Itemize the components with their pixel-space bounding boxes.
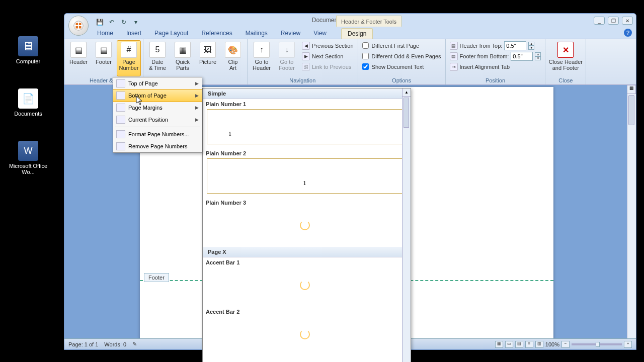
scroll-thumb[interactable] xyxy=(404,98,409,128)
save-button[interactable]: 💾 xyxy=(95,18,105,27)
gallery-item-plain-number-1[interactable]: Plain Number 1 1 xyxy=(203,99,411,148)
view-outline-button[interactable]: ≡ xyxy=(525,341,533,348)
desktop-icon-documents[interactable]: 📄 Documents xyxy=(8,88,48,117)
menu-remove-page-numbers[interactable]: Remove Page Numbers xyxy=(113,140,202,152)
group-position: ▤Header from Top:▲▼ ▤Footer from Bottom:… xyxy=(446,39,546,84)
zoom-level[interactable]: 100% xyxy=(545,341,559,347)
goto-header-button[interactable]: ↑Go to Header xyxy=(250,40,274,76)
status-words[interactable]: Words: 0 xyxy=(104,341,126,347)
previous-section-button[interactable]: ◀Previous Section xyxy=(300,40,356,51)
restore-button[interactable]: ❐ xyxy=(608,17,619,25)
prev-icon: ◀ xyxy=(302,42,310,50)
picture-icon: 🖼 xyxy=(200,42,216,58)
computer-icon: 🖥 xyxy=(18,36,38,56)
gallery-scrollbar[interactable]: ▲ xyxy=(402,88,411,362)
close-window-button[interactable]: ✕ xyxy=(622,17,633,25)
quick-parts-button[interactable]: ▦Quick Parts xyxy=(171,40,195,76)
qat-customize-button[interactable]: ▾ xyxy=(131,18,141,27)
scroll-up-button[interactable]: ▲ xyxy=(403,88,411,97)
tab-mailings[interactable]: Mailings xyxy=(239,28,274,39)
office-button[interactable] xyxy=(68,16,89,36)
loading-spinner-icon xyxy=(300,220,310,230)
footer-button[interactable]: ▤Footer xyxy=(92,40,116,76)
menu-top-of-page[interactable]: Top of Page▶ xyxy=(113,77,202,89)
tab-home[interactable]: Home xyxy=(91,28,120,39)
align-tab-icon: ⇥ xyxy=(450,63,458,71)
gallery-item-plain-number-2[interactable]: Plain Number 2 1 xyxy=(203,148,411,198)
spin-up-button[interactable]: ▲ xyxy=(535,52,541,56)
group-close: ✕Close Header and Footer Close xyxy=(545,39,586,84)
different-first-page-checkbox[interactable]: Different First Page xyxy=(360,40,443,51)
ribbon-tabs: Home Insert Page Layout References Maili… xyxy=(64,28,636,39)
zoom-control: 100% − + xyxy=(545,341,632,348)
group-label: Options xyxy=(360,76,443,84)
chevron-right-icon: ▶ xyxy=(195,117,199,122)
status-proofing-button[interactable]: ✎ xyxy=(132,341,137,347)
desktop-icon-word[interactable]: W Microsoft Office Wo... xyxy=(8,141,48,175)
spin-down-button[interactable]: ▼ xyxy=(528,46,534,50)
date-time-button[interactable]: 5Date & Time xyxy=(145,40,170,76)
menu-page-margins[interactable]: Page Margins▶ xyxy=(113,102,202,114)
help-button[interactable]: ? xyxy=(624,29,632,37)
show-document-text-checkbox[interactable]: Show Document Text xyxy=(360,61,443,72)
gallery-item-accent-bar-2[interactable]: Accent Bar 2 xyxy=(203,307,411,356)
desktop-icon-computer[interactable]: 🖥 Computer xyxy=(8,36,48,64)
close-header-footer-button[interactable]: ✕Close Header and Footer xyxy=(547,40,584,76)
group-label: Close xyxy=(547,76,584,84)
header-from-top-input[interactable] xyxy=(504,41,526,50)
status-page[interactable]: Page: 1 of 1 xyxy=(68,341,98,347)
different-odd-even-checkbox[interactable]: Different Odd & Even Pages xyxy=(360,51,443,61)
view-draft-button[interactable]: ▥ xyxy=(535,341,543,348)
spin-up-button[interactable]: ▲ xyxy=(528,42,534,46)
page-number-button[interactable]: #Page Number xyxy=(117,40,141,76)
tab-view[interactable]: View xyxy=(307,28,333,39)
scroll-thumb[interactable] xyxy=(628,95,634,125)
header-icon: ▤ xyxy=(70,42,87,58)
tab-design[interactable]: Design xyxy=(341,28,373,39)
menu-bottom-of-page[interactable]: Bottom of Page▶ xyxy=(113,89,202,102)
menu-current-position[interactable]: Current Position▶ xyxy=(113,114,202,126)
tab-review[interactable]: Review xyxy=(274,28,307,39)
header-from-top-spinner[interactable]: ▤Header from Top:▲▼ xyxy=(448,40,543,51)
link-to-previous-button[interactable]: ⛓Link to Previous xyxy=(300,61,356,72)
menu-format-page-numbers[interactable]: Format Page Numbers... xyxy=(113,128,202,140)
next-icon: ▶ xyxy=(302,52,310,60)
goto-footer-button[interactable]: ↓Go to Footer xyxy=(275,40,299,76)
clip-art-icon: 🎨 xyxy=(225,42,241,58)
quick-access-toolbar: 💾 ↶ ↻ ▾ xyxy=(91,17,145,28)
group-options: Different First Page Different Odd & Eve… xyxy=(358,39,446,84)
view-web-layout-button[interactable]: ▤ xyxy=(515,341,523,348)
gallery-item-accent-bar-1[interactable]: Accent Bar 1 xyxy=(203,257,411,307)
tab-references[interactable]: References xyxy=(195,28,238,39)
zoom-thumb[interactable] xyxy=(596,342,600,347)
insert-alignment-tab-button[interactable]: ⇥Insert Alignment Tab xyxy=(448,61,543,72)
view-print-layout-button[interactable]: ▦ xyxy=(495,341,503,348)
zoom-out-button[interactable]: − xyxy=(561,341,570,348)
zoom-in-button[interactable]: + xyxy=(624,341,632,348)
gallery-item-plain-number-3[interactable]: Plain Number 3 xyxy=(203,198,411,247)
picture-button[interactable]: 🖼Picture xyxy=(196,40,220,76)
footer-from-bottom-spinner[interactable]: ▤Footer from Bottom:▲▼ xyxy=(448,51,543,61)
calendar-icon: 5 xyxy=(149,42,166,58)
header-top-icon: ▤ xyxy=(450,42,458,50)
tab-insert[interactable]: Insert xyxy=(120,28,148,39)
spin-down-button[interactable]: ▼ xyxy=(535,56,541,60)
vertical-scrollbar[interactable]: ▦ xyxy=(627,85,636,338)
folder-icon: 📄 xyxy=(18,88,38,109)
view-full-screen-button[interactable]: ▭ xyxy=(505,341,513,348)
zoom-slider[interactable] xyxy=(572,343,622,345)
header-button[interactable]: ▤Header xyxy=(66,40,91,76)
desktop-icon-label: Documents xyxy=(8,111,48,117)
close-icon: ✕ xyxy=(557,42,574,58)
minimize-button[interactable]: _ xyxy=(594,17,605,25)
redo-button[interactable]: ↻ xyxy=(119,18,129,27)
footer-from-bottom-input[interactable] xyxy=(511,52,533,61)
clip-art-button[interactable]: 🎨Clip Art xyxy=(221,40,245,76)
tab-page-layout[interactable]: Page Layout xyxy=(148,28,195,39)
word-icon: W xyxy=(18,141,38,161)
ruler-toggle-button[interactable]: ▦ xyxy=(627,85,636,94)
undo-button[interactable]: ↶ xyxy=(107,18,117,27)
desktop-icon-label: Computer xyxy=(8,58,48,64)
chevron-right-icon: ▶ xyxy=(195,81,199,86)
next-section-button[interactable]: ▶Next Section xyxy=(300,51,356,61)
